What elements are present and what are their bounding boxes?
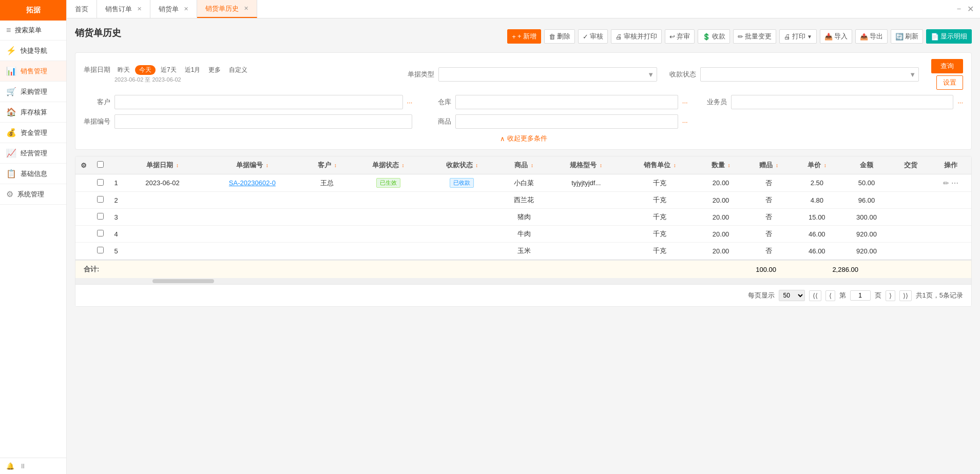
date-tag-custom[interactable]: 自定义 [226, 65, 251, 75]
doc-number-input[interactable] [114, 114, 412, 129]
goods-ellipsis[interactable]: ··· [682, 118, 688, 126]
warehouse-ellipsis[interactable]: ··· [682, 98, 688, 106]
col-doc-date[interactable]: 单据日期 ↕ [124, 156, 201, 174]
cell-checkbox-3[interactable] [92, 226, 108, 243]
display-details-icon: 📄 [931, 33, 939, 41]
date-tag-7days[interactable]: 近7天 [158, 65, 180, 75]
query-button[interactable]: 查询 [931, 59, 963, 73]
col-quantity[interactable]: 数量 ↕ [697, 156, 745, 174]
sidebar-item-operation-mgmt[interactable]: 📈 经营管理 [0, 143, 66, 164]
goods-input[interactable] [455, 114, 678, 129]
col-gift[interactable]: 赠品 ↕ [745, 156, 793, 174]
edit-icon-0[interactable]: ✏ [943, 179, 949, 187]
customer-ellipsis[interactable]: ··· [407, 98, 413, 106]
page-prev-button[interactable]: ⟨ [825, 290, 835, 301]
refresh-button[interactable]: 🔄 刷新 [891, 29, 923, 44]
row-checkbox-2[interactable] [97, 213, 104, 220]
sidebar-item-basic-info[interactable]: 📋 基础信息 [0, 164, 66, 184]
date-tag-more[interactable]: 更多 [205, 65, 224, 75]
print-button[interactable]: 🖨 打印 ▼ [779, 29, 817, 44]
cell-doc-status-2 [351, 209, 425, 226]
tab-sales-delivery-history-close[interactable]: ✕ [244, 5, 248, 12]
review-print-button[interactable]: 🖨 审核并打印 [611, 29, 662, 44]
col-doc-number[interactable]: 单据编号 ↕ [201, 156, 303, 174]
warehouse-input[interactable] [455, 95, 678, 109]
doc-status-badge-0: 已生效 [376, 178, 400, 188]
payment-status-select[interactable] [700, 67, 919, 82]
display-details-button[interactable]: 📄 显示明细 [926, 29, 972, 44]
import-button[interactable]: 📥 导入 [820, 29, 852, 44]
tab-sales-delivery-close[interactable]: ✕ [184, 6, 188, 12]
doc-number-link-0[interactable]: SA-20230602-0 [229, 179, 276, 187]
col-sales-unit[interactable]: 销售单位 ↕ [623, 156, 697, 174]
salesperson-ellipsis[interactable]: ··· [957, 98, 963, 106]
cell-checkbox-2[interactable] [92, 209, 108, 226]
page-last-button[interactable]: ⟩⟩ [899, 290, 912, 301]
date-tag-1month[interactable]: 近1月 [182, 65, 204, 75]
col-customer[interactable]: 客户 ↕ [303, 156, 352, 174]
set-button[interactable]: 设置 [936, 75, 963, 90]
export-button[interactable]: 📤 导出 [855, 29, 888, 44]
date-tag-yesterday[interactable]: 昨天 [114, 65, 133, 75]
col-payment-status[interactable]: 收款状态 ↕ [425, 156, 499, 174]
sidebar-item-search-menu[interactable]: ≡ 搜索菜单 [0, 21, 66, 41]
collect-button[interactable]: 💲 收款 [698, 29, 730, 44]
page-size-select[interactable]: 50 20 100 [779, 290, 805, 301]
cell-gift-0: 否 [745, 174, 793, 192]
col-goods[interactable]: 商品 ↕ [499, 156, 549, 174]
discard-button[interactable]: ↩ 弃审 [665, 29, 695, 44]
search-menu-icon: ≡ [6, 26, 11, 35]
scrollbar-thumb[interactable] [152, 279, 214, 283]
tab-sales-delivery[interactable]: 销货单 ✕ [150, 0, 197, 18]
sidebar-item-purchase-mgmt[interactable]: 🛒 采购管理 [0, 82, 66, 102]
horizontal-scrollbar[interactable] [75, 278, 971, 284]
row-checkbox-3[interactable] [97, 230, 104, 236]
col-checkbox[interactable] [92, 156, 108, 174]
row-checkbox-0[interactable] [97, 179, 104, 186]
row-checkbox-4[interactable] [97, 247, 104, 253]
more-icon-0[interactable]: ⋯ [951, 179, 958, 187]
page-of-label: 页 [875, 291, 881, 300]
customer-input[interactable] [114, 95, 403, 109]
col-settings[interactable]: ⚙ [75, 156, 92, 174]
tab-sales-order-close[interactable]: ✕ [137, 6, 142, 12]
cell-sales-unit-0: 千克 [623, 174, 697, 192]
tab-home[interactable]: 首页 [67, 0, 97, 18]
cell-unit-price-0: 2.50 [793, 174, 841, 192]
cell-doc-number-0[interactable]: SA-20230602-0 [201, 174, 303, 192]
col-unit-price[interactable]: 单价 ↕ [793, 156, 841, 174]
page-first-button[interactable]: ⟨⟨ [809, 290, 821, 301]
sidebar-item-label: 搜索菜单 [15, 26, 42, 35]
delete-button[interactable]: 🗑 删除 [544, 29, 575, 44]
collapse-btn[interactable]: ∧ 收起更多条件 [84, 134, 963, 143]
batch-change-button[interactable]: ✏ 批量变更 [733, 29, 776, 44]
cell-checkbox-4[interactable] [92, 243, 108, 260]
cell-checkbox-0[interactable] [92, 174, 108, 192]
date-tag-today[interactable]: 今天 [135, 65, 156, 75]
row-checkbox-1[interactable] [97, 196, 104, 203]
filter-row-2: 客户 ··· 仓库 ··· 业务员 ··· [84, 95, 963, 109]
cell-checkbox-1[interactable] [92, 192, 108, 209]
review-button[interactable]: ✓ 审核 [578, 29, 608, 44]
col-spec-type[interactable]: 规格型号 ↕ [549, 156, 623, 174]
sidebar-item-quick-nav[interactable]: ⚡ 快捷导航 [0, 41, 66, 61]
tab-sales-delivery-history[interactable]: 销货单历史 ✕ [197, 0, 257, 18]
sidebar-bottom-icon2[interactable]: ⏸ [20, 462, 26, 470]
operation-mgmt-icon: 📈 [6, 148, 16, 158]
page-next-button[interactable]: ⟩ [886, 290, 895, 301]
page-number-input[interactable] [850, 290, 871, 301]
sidebar-item-inventory[interactable]: 🏠 库存核算 [0, 102, 66, 123]
sidebar-bottom-icon1[interactable]: 🔔 [6, 462, 14, 470]
sidebar-item-finance-mgmt[interactable]: 💰 资金管理 [0, 123, 66, 143]
new-button[interactable]: + + 新增 [507, 29, 541, 44]
window-minimize-icon[interactable]: － [955, 4, 963, 14]
sidebar-item-sales-mgmt[interactable]: 📊 销售管理 [0, 61, 66, 82]
sidebar-item-system-mgmt[interactable]: ⚙ 系统管理 [0, 184, 66, 205]
cell-rownum-1: 2 [108, 192, 124, 209]
window-close-icon[interactable]: ✕ [967, 4, 974, 14]
doc-type-select[interactable] [438, 67, 657, 82]
salesperson-input[interactable] [731, 95, 953, 109]
select-all-checkbox[interactable] [97, 161, 104, 168]
tab-sales-order[interactable]: 销售订单 ✕ [97, 0, 150, 18]
col-doc-status[interactable]: 单据状态 ↕ [351, 156, 425, 174]
